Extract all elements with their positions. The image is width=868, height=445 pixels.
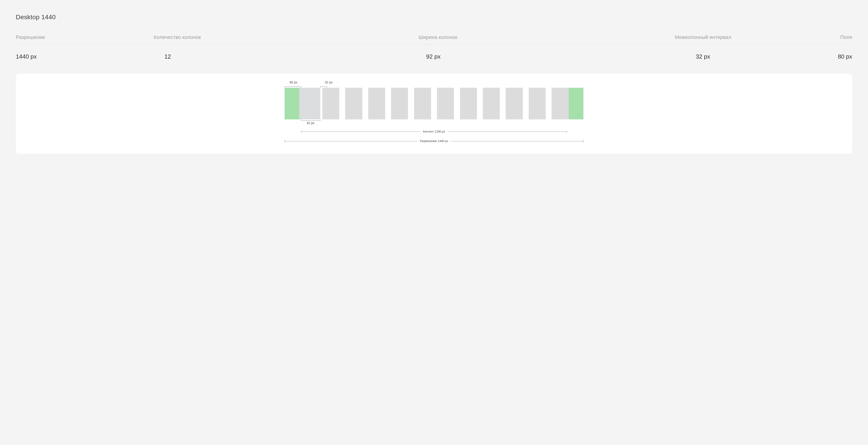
gutter-width-label: 32 px bbox=[325, 81, 333, 84]
page-title: Desktop 1440 bbox=[16, 13, 852, 21]
grid-column bbox=[437, 88, 454, 119]
grid-column bbox=[460, 88, 477, 119]
column-tick-icon bbox=[301, 119, 320, 121]
grid-gutter bbox=[477, 88, 483, 119]
layout-grid-visual bbox=[285, 88, 583, 119]
grid-gutter bbox=[408, 88, 414, 119]
grid-column bbox=[345, 88, 362, 119]
value-resolution: 1440 px bbox=[16, 53, 37, 60]
grid-gutter bbox=[523, 88, 529, 119]
grid-gutter bbox=[500, 88, 506, 119]
spec-header-row: Разрешение Количество колонок Ширина кол… bbox=[16, 34, 852, 44]
value-columns: 12 bbox=[37, 53, 299, 60]
column-width-annotation: 92 px bbox=[285, 119, 583, 125]
content-width-label: Контент 1280 px bbox=[420, 130, 448, 133]
left-margin-bar bbox=[285, 88, 299, 119]
column-1-overlay bbox=[301, 88, 320, 119]
column-width-label: 92 px bbox=[307, 121, 314, 125]
grid-column bbox=[322, 88, 339, 119]
value-gutter: 32 px bbox=[568, 53, 838, 60]
top-dimension-ticks bbox=[285, 86, 583, 88]
full-width-label: Разрешение 1440 px bbox=[417, 139, 451, 143]
header-resolution: Разрешение bbox=[16, 34, 45, 40]
grid-column bbox=[414, 88, 431, 119]
right-margin-bar bbox=[569, 88, 583, 119]
grid-gutter bbox=[362, 88, 368, 119]
grid-diagram-card: 80 px 32 px 92 px Контент 1280 px bbox=[16, 74, 852, 154]
grid-gutter bbox=[546, 88, 552, 119]
grid-column bbox=[552, 88, 568, 119]
header-columns: Количество колонок bbox=[45, 34, 310, 40]
value-colwidth: 92 px bbox=[299, 53, 568, 60]
full-width-dimension: Разрешение 1440 px bbox=[285, 140, 583, 144]
value-margin: 80 px bbox=[838, 53, 852, 60]
grid-gutter bbox=[339, 88, 345, 119]
grid-spec-table: Разрешение Количество колонок Ширина кол… bbox=[16, 34, 852, 60]
header-margin: Поля bbox=[840, 34, 852, 40]
grid-gutter bbox=[431, 88, 437, 119]
grid-column bbox=[391, 88, 408, 119]
grid-column bbox=[368, 88, 385, 119]
grid-gutter bbox=[385, 88, 391, 119]
top-dimension-labels: 80 px 32 px bbox=[285, 81, 583, 86]
margin-width-label: 80 px bbox=[289, 81, 297, 84]
grid-column bbox=[529, 88, 546, 119]
spec-value-row: 1440 px 12 92 px 32 px 80 px bbox=[16, 44, 852, 60]
grid-gutter bbox=[454, 88, 460, 119]
content-width-dimension: Контент 1280 px bbox=[285, 130, 583, 135]
grid-column bbox=[506, 88, 523, 119]
grid-column bbox=[483, 88, 500, 119]
header-gutter: Межколонный интервал bbox=[566, 34, 840, 40]
header-colwidth: Ширина колонок bbox=[310, 34, 566, 40]
